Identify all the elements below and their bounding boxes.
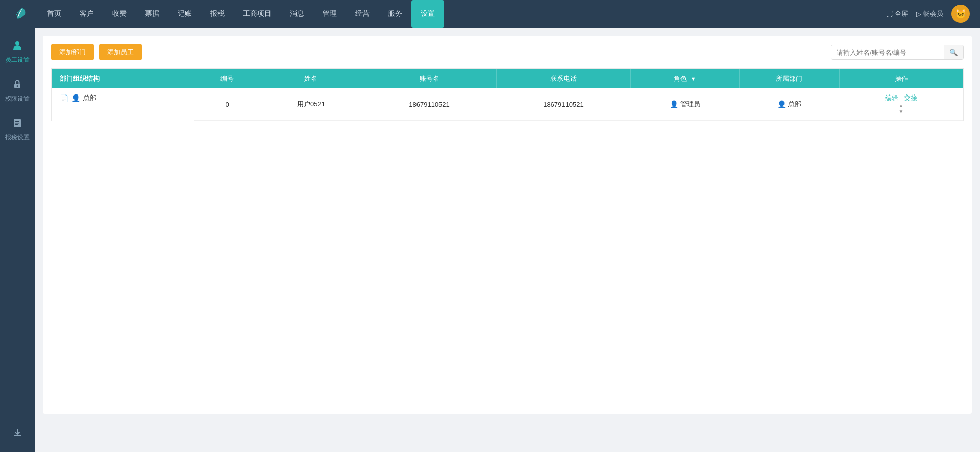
table: 编号 姓名 账号名 联系电话 角色 ▼ 所属部门 操作 (194, 69, 963, 121)
sidebar-item-download[interactable] (10, 420, 25, 447)
table-row: 0 用户0521 18679110521 18679110521 👤 管理员 (194, 88, 963, 121)
handover-link[interactable]: 交接 (904, 94, 917, 102)
col-account: 账号名 (362, 69, 497, 88)
col-department: 所属部门 (740, 69, 840, 88)
fullscreen-btn[interactable]: ⛶ 全屏 (886, 9, 908, 18)
svg-rect-4 (15, 121, 19, 122)
top-navigation: 首页 客户 收费 票据 记账 报税 工商项目 消息 管理 经营 服务 设置 ⛶ … (0, 0, 980, 28)
sidebar-item-taxsettings[interactable]: 报税设置 (0, 110, 35, 149)
sidebar: 员工设置 权限设置 报税设置 (0, 28, 35, 452)
col-name: 姓名 (260, 69, 362, 88)
employee-table: 编号 姓名 账号名 联系电话 角色 ▼ 所属部门 操作 (194, 69, 963, 121)
logo[interactable] (5, 0, 38, 28)
nav-tax[interactable]: 报税 (201, 0, 234, 28)
svg-point-0 (15, 41, 19, 45)
col-phone: 联系电话 (496, 69, 630, 88)
nav-service[interactable]: 服务 (379, 0, 411, 28)
dept-tree: 部门组织结构 📄 👤 总部 (52, 69, 194, 121)
col-id: 编号 (194, 69, 260, 88)
fullscreen-label: 全屏 (895, 9, 908, 18)
nav-right: ⛶ 全屏 ▷ 畅会员 🐱 (886, 5, 970, 23)
cell-account: 18679110521 (362, 88, 497, 121)
toolbar: 添加部门 添加员工 🔍 (51, 44, 964, 60)
role-filter-icon[interactable]: ▼ (691, 76, 696, 82)
two-col-layout: 部门组织结构 📄 👤 总部 编号 姓名 账号名 (51, 68, 964, 121)
dept-tree-item[interactable]: 📄 👤 总部 (52, 88, 194, 108)
col-role[interactable]: 角色 ▼ (630, 69, 739, 88)
col-actions: 操作 (839, 69, 963, 88)
cell-id: 0 (194, 88, 260, 121)
sidebar-bottom (10, 420, 25, 452)
content-card: 添加部门 添加员工 🔍 部门组织结构 📄 👤 总部 (43, 36, 972, 414)
nav-home[interactable]: 首页 (38, 0, 70, 28)
dept-user-icon: 👤 (71, 94, 80, 102)
add-dept-button[interactable]: 添加部门 (51, 44, 94, 60)
sidebar-item-permission-label: 权限设置 (5, 94, 30, 103)
scroll-arrows: ▲ ▼ (845, 103, 957, 115)
svg-rect-6 (15, 124, 18, 125)
nav-items: 首页 客户 收费 票据 记账 报税 工商项目 消息 管理 经营 服务 设置 (38, 0, 886, 28)
report-icon (12, 117, 23, 130)
main-content: 添加部门 添加员工 🔍 部门组织结构 📄 👤 总部 (35, 28, 980, 452)
search-input[interactable] (831, 45, 944, 59)
layout: 员工设置 权限设置 报税设置 (0, 28, 980, 452)
nav-settings[interactable]: 设置 (411, 0, 444, 28)
sidebar-item-employee-label: 员工设置 (5, 56, 30, 64)
person-icon (12, 40, 23, 53)
sidebar-item-employee[interactable]: 员工设置 (0, 33, 35, 72)
cell-phone: 18679110521 (496, 88, 630, 121)
search-button[interactable]: 🔍 (944, 45, 963, 59)
nav-operation[interactable]: 经营 (346, 0, 379, 28)
table-header-row: 编号 姓名 账号名 联系电话 角色 ▼ 所属部门 操作 (194, 69, 963, 88)
nav-fee[interactable]: 收费 (103, 0, 136, 28)
vip-label: 畅会员 (923, 9, 943, 18)
cell-actions: 编辑 交接 ▲ ▼ (839, 88, 963, 121)
dept-tree-item-label: 总部 (83, 93, 96, 103)
search-icon: 🔍 (949, 49, 958, 56)
scroll-down-icon[interactable]: ▼ (899, 109, 904, 115)
cell-department: 👤 总部 (740, 88, 840, 121)
nav-message[interactable]: 消息 (281, 0, 313, 28)
svg-rect-5 (15, 123, 19, 124)
svg-point-2 (17, 85, 18, 87)
search-box: 🔍 (831, 45, 964, 60)
nav-customer[interactable]: 客户 (70, 0, 103, 28)
cell-name: 用户0521 (260, 88, 362, 121)
fullscreen-icon: ⛶ (886, 10, 893, 18)
role-user-icon: 👤 (670, 100, 678, 108)
nav-manage[interactable]: 管理 (313, 0, 346, 28)
sidebar-item-permission[interactable]: 权限设置 (0, 72, 35, 110)
sidebar-item-taxsettings-label: 报税设置 (5, 133, 30, 142)
nav-invoice[interactable]: 票据 (136, 0, 168, 28)
dept-tree-header: 部门组织结构 (52, 69, 194, 88)
download-icon (12, 427, 23, 440)
file-icon: 📄 (60, 94, 68, 102)
vip-icon: ▷ (916, 10, 921, 18)
cell-role: 👤 管理员 (630, 88, 739, 121)
edit-link[interactable]: 编辑 (885, 94, 898, 102)
scroll-up-icon[interactable]: ▲ (899, 103, 904, 109)
dept-user-icon-cell: 👤 (777, 100, 786, 108)
vip-btn[interactable]: ▷ 畅会员 (916, 9, 943, 18)
avatar[interactable]: 🐱 (951, 5, 970, 23)
lock-icon (12, 79, 23, 91)
add-employee-button[interactable]: 添加员工 (99, 44, 142, 60)
nav-accounting[interactable]: 记账 (168, 0, 201, 28)
nav-business[interactable]: 工商项目 (234, 0, 281, 28)
